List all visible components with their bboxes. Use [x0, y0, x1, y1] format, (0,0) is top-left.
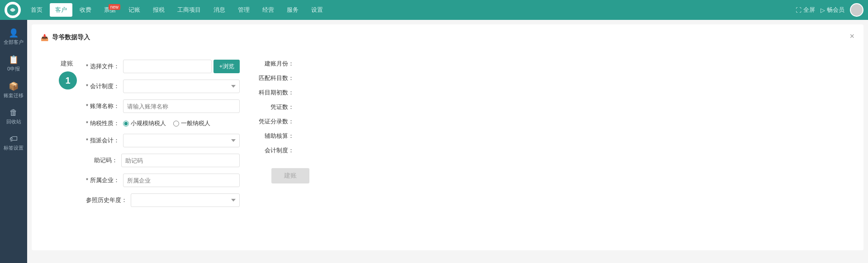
info-vouchers-label: 凭证数： — [258, 103, 294, 111]
accountant-select[interactable] — [123, 134, 240, 147]
info-row-system: 会计制度： — [258, 146, 348, 155]
nav-business[interactable]: 工商项目 — [172, 3, 206, 17]
history-year-label: 参照历史年度： — [86, 196, 127, 204]
accounting-system-select[interactable] — [123, 80, 240, 93]
history-year-select[interactable] — [131, 193, 240, 207]
fullscreen-icon: ⛶ — [796, 7, 802, 14]
page-card: 📥 导爷数据导入 × 建账 1 * 选择文件： — [32, 24, 863, 250]
logo — [5, 2, 21, 18]
info-grid: 建账月份： 匹配科目数： 科目期初数： 凭证数： — [258, 60, 348, 155]
ledger-name-label: * 账簿名称： — [86, 102, 119, 110]
info-row-month: 建账月份： — [258, 60, 348, 68]
main-content: 📥 导爷数据导入 × 建账 1 * 选择文件： — [27, 20, 868, 263]
declare-icon: 📋 — [9, 55, 19, 65]
ledger-name-input[interactable] — [123, 99, 240, 113]
nav-settings[interactable]: 设置 — [306, 3, 328, 17]
file-text-input[interactable] — [123, 60, 212, 73]
page-title: 导爷数据导入 — [52, 33, 90, 42]
migrate-icon: 📦 — [9, 81, 19, 91]
form-grid: * 选择文件： +浏览 * 会计制度： — [86, 60, 240, 207]
nav-billing[interactable]: 收费 — [74, 3, 97, 17]
info-row-entries: 凭证分录数： — [258, 117, 348, 126]
import-icon: 📥 — [41, 34, 48, 41]
tag-icon: 🏷 — [9, 134, 18, 144]
info-row-opening: 科目期初数： — [258, 89, 348, 97]
step-badge: 1 — [59, 71, 77, 89]
info-month-label: 建账月份： — [258, 60, 294, 68]
memo-code-input[interactable] — [121, 154, 240, 167]
info-subjects-label: 匹配科目数： — [258, 74, 294, 82]
sidebar-label-migrate: 账套迁移 — [4, 92, 24, 99]
sidebar-label-declare: 0申报 — [7, 66, 20, 72]
tax-small-radio[interactable]: 小规模纳税人 — [123, 119, 166, 127]
build-account-button[interactable]: 建账 — [271, 168, 309, 183]
browse-button[interactable]: +浏览 — [213, 60, 240, 73]
nav-tax[interactable]: 报税 — [147, 3, 170, 17]
nav-bookkeeping[interactable]: 记账 — [123, 3, 146, 17]
file-label: * 选择文件： — [86, 62, 119, 70]
sidebar-item-recycle[interactable]: 🗑 回收站 — [1, 104, 26, 129]
new-badge: new — [109, 4, 120, 10]
sidebar-item-migrate[interactable]: 📦 账套迁移 — [1, 78, 26, 103]
form-area: 建账 1 * 选择文件： +浏览 — [41, 51, 854, 216]
sidebar-item-tags[interactable]: 🏷 标签设置 — [1, 131, 26, 155]
info-system-label: 会计制度： — [258, 146, 294, 155]
file-input-row: +浏览 — [123, 60, 240, 73]
info-auxiliary-label: 辅助核算： — [258, 132, 294, 140]
sidebar-item-declare[interactable]: 📋 0申报 — [1, 51, 26, 76]
sidebar: 👤 全部客户 📋 0申报 📦 账套迁移 🗑 回收站 🏷 标签设置 — [0, 20, 27, 263]
info-row-vouchers: 凭证数： — [258, 103, 348, 111]
form-left: 建账 1 * 选择文件： +浏览 — [59, 60, 240, 207]
form-row-memo: 助记码： — [86, 154, 240, 167]
nav-service[interactable]: 服务 — [281, 3, 304, 17]
nav-home[interactable]: 首页 — [25, 3, 48, 17]
form-row-accounting: * 会计制度： — [86, 80, 240, 93]
sidebar-item-all-clients[interactable]: 👤 全部客户 — [1, 24, 26, 49]
vip-icon: ▷ — [821, 7, 825, 14]
fullscreen-btn[interactable]: ⛶ 全屏 — [796, 6, 815, 14]
sidebar-label-tags: 标签设置 — [4, 145, 24, 151]
users-icon: 👤 — [9, 28, 19, 38]
card-header: 📥 导爷数据导入 — [41, 33, 854, 42]
info-row-auxiliary: 辅助核算： — [258, 132, 348, 140]
nav-invoice[interactable]: 票据 new — [99, 3, 121, 17]
form-row-ledger: * 账簿名称： — [86, 99, 240, 113]
form-row-tax: * 纳税性质： 小规模纳税人 一般纳税人 — [86, 119, 240, 127]
nav-clients[interactable]: 客户 — [50, 3, 72, 17]
sidebar-label-recycle: 回收站 — [6, 118, 21, 125]
company-label: * 所属企业： — [86, 176, 119, 184]
step-section-label: 建账 — [61, 60, 73, 68]
vip-btn[interactable]: ▷ 畅会员 — [821, 6, 844, 14]
tax-general-radio[interactable]: 一般纳税人 — [173, 119, 210, 127]
layout: 👤 全部客户 📋 0申报 📦 账套迁移 🗑 回收站 🏷 标签设置 📥 导爷数据导… — [0, 20, 868, 263]
info-entries-label: 凭证分录数： — [258, 117, 294, 126]
nav-message[interactable]: 消息 — [208, 3, 231, 17]
tax-type-label: * 纳税性质： — [86, 119, 119, 127]
nav-items: 首页 客户 收费 票据 new 记账 报税 工商项目 消息 管理 经营 服务 设… — [25, 3, 796, 17]
form-row-accountant: * 指派会计： — [86, 134, 240, 147]
form-row-file: * 选择文件： +浏览 — [86, 60, 240, 73]
memo-code-label: 助记码： — [86, 156, 118, 164]
company-input[interactable] — [123, 174, 240, 187]
trash-icon: 🗑 — [9, 108, 18, 117]
top-nav: 首页 客户 收费 票据 new 记账 报税 工商项目 消息 管理 经营 服务 设… — [0, 0, 868, 20]
info-row-subjects: 匹配科目数： — [258, 74, 348, 82]
info-opening-label: 科目期初数： — [258, 89, 294, 97]
accounting-system-label: * 会计制度： — [86, 82, 119, 90]
tax-radio-group: 小规模纳税人 一般纳税人 — [123, 119, 240, 127]
nav-operation[interactable]: 经营 — [257, 3, 280, 17]
close-button[interactable]: × — [849, 32, 854, 41]
form-right: 建账月份： 匹配科目数： 科目期初数： 凭证数： — [258, 60, 348, 207]
accountant-label: * 指派会计： — [86, 136, 119, 145]
nav-right: ⛶ 全屏 ▷ 畅会员 — [796, 3, 863, 17]
sidebar-label-all-clients: 全部客户 — [4, 39, 24, 46]
form-row-company: * 所属企业： — [86, 174, 240, 187]
nav-manage[interactable]: 管理 — [232, 3, 255, 17]
form-row-history-year: 参照历史年度： — [86, 193, 240, 207]
avatar[interactable] — [850, 3, 863, 17]
